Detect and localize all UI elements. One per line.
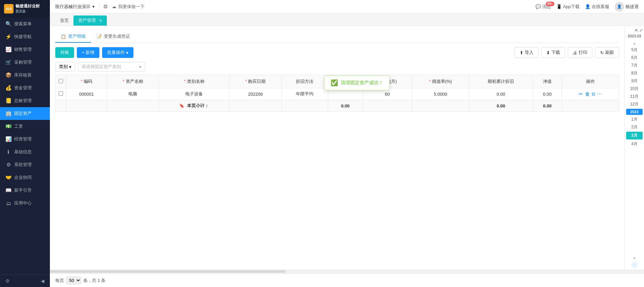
sidebar-item-label: 库存核算	[14, 72, 32, 78]
inventory-icon: 📦	[5, 72, 11, 78]
main-area: 医疗器械行业演示 ▾ ⚙ ☁ 我要体验一下 💬 消息 99+ 📱 App下载 👤…	[50, 0, 644, 287]
year-2023-marker[interactable]: 2023	[626, 109, 643, 115]
refresh-button[interactable]: ↻ 刷新	[595, 47, 619, 58]
sidebar-item-operations[interactable]: 📊 经营管理	[0, 133, 50, 146]
download-icon: 📱	[556, 4, 562, 9]
tab-change-voucher[interactable]: 📝 变更生成凭证	[91, 31, 135, 43]
month-10[interactable]: 10月	[625, 85, 644, 93]
app-center-icon: 🗂	[5, 200, 11, 206]
sidebar-item-quick-nav[interactable]: ⚡ 快捷导航	[0, 30, 50, 43]
select-all-checkbox[interactable]	[59, 79, 63, 83]
horizontal-scrollbar[interactable]	[50, 269, 644, 274]
col-opening: 期初累计折旧	[469, 75, 533, 88]
operations-icon: 📊	[5, 136, 11, 142]
sidebar-item-system[interactable]: ⚙ 系统管理	[0, 158, 50, 171]
month-2[interactable]: 2月	[625, 123, 644, 131]
sidebar-item-guide[interactable]: 📖 新手引导	[0, 184, 50, 197]
edit-icon[interactable]: ✏	[579, 91, 583, 97]
rp-close-icon[interactable]: ✕	[635, 28, 638, 33]
sidebar-item-basic-info[interactable]: ℹ 基础信息	[0, 146, 50, 158]
category-filter-label[interactable]: 类别 ▾	[55, 62, 75, 71]
more-icon[interactable]: ⋯	[597, 91, 602, 97]
copy-icon[interactable]: ⧉	[592, 91, 595, 97]
sidebar-item-sales[interactable]: 📈 销售管理	[0, 43, 50, 56]
message-icon: 💬	[535, 4, 541, 9]
sidebar-item-label: 销售管理	[14, 46, 32, 53]
month-4[interactable]: 4月	[625, 140, 644, 148]
sidebar-item-ledger[interactable]: 📒 总账管理	[0, 94, 50, 107]
inner-tabs: 📋 资产明细 📝 变更生成凭证	[55, 31, 619, 43]
month-12[interactable]: 12月	[625, 100, 644, 108]
col-category: 类别名称	[159, 75, 229, 88]
sidebar-settings-icon[interactable]: ⚙	[5, 278, 10, 284]
batch-ops-button[interactable]: 批量操作 ▾	[102, 47, 133, 58]
import-button[interactable]: ⬆ 导入	[515, 47, 539, 58]
print-button[interactable]: 🖨 打印	[568, 47, 592, 58]
month-9[interactable]: 9月	[625, 77, 644, 85]
col-purchase-date: 购买日期	[229, 75, 282, 88]
col-net-value: 净值	[533, 75, 562, 88]
row-checkbox[interactable]	[59, 91, 63, 96]
tab-close-icon[interactable]: ✕	[99, 19, 102, 23]
month-7[interactable]: 7月	[625, 62, 644, 69]
messages-badge: 99+	[546, 2, 554, 6]
app-logo: AtA 畅捷通好业财 普及版	[0, 0, 50, 18]
purchase-icon: 🛒	[5, 59, 11, 65]
month-3-active[interactable]: 3月	[626, 132, 643, 139]
sidebar-item-label: 新手引导	[14, 187, 32, 193]
delete-icon[interactable]: 🗑	[585, 91, 590, 97]
rp-circle-icon[interactable]: ↓	[631, 261, 638, 268]
sidebar-item-search[interactable]: 🔍 搜索菜单	[0, 18, 50, 30]
scroll-thumb[interactable]	[50, 270, 286, 273]
tab-asset-detail[interactable]: 📋 资产明细	[55, 31, 91, 43]
month-8[interactable]: 8月	[625, 69, 644, 77]
sidebar-item-fixed-assets[interactable]: 🏢 固定资产	[0, 107, 50, 120]
sidebar-item-cooperation[interactable]: 🤝 企业协同	[0, 171, 50, 184]
sales-icon: 📈	[5, 46, 11, 53]
new-button[interactable]: + 新增	[77, 47, 99, 58]
refresh-icon: ↻	[600, 50, 604, 55]
total-text: 条，共 1 条	[83, 278, 105, 284]
right-panel: ✕ ⤢ 2023.03 ▲ 5月 6月 7月 8月 9月 10月 11月 12月…	[624, 26, 644, 269]
rp-scroll-up[interactable]: ▲	[625, 40, 644, 46]
batch-ops-chevron-icon: ▾	[126, 50, 128, 55]
success-check-icon: ✅	[331, 79, 338, 87]
sidebar-item-app-center[interactable]: 🗂 应用中心	[0, 197, 50, 210]
month-5[interactable]: 5月	[625, 46, 644, 54]
download-button[interactable]: ⬇ 下载	[541, 47, 565, 58]
reconcile-button[interactable]: 对账	[55, 47, 74, 58]
col-name: 资产名称	[107, 75, 159, 88]
sidebar-item-label: 企业协同	[14, 174, 32, 181]
row-checkbox-cell[interactable]	[56, 88, 66, 100]
month-1[interactable]: 1月	[625, 116, 644, 123]
sidebar-bottom: ⚙ ◀	[0, 275, 50, 287]
tab-home[interactable]: 首页	[55, 15, 73, 26]
sidebar-item-payroll[interactable]: 💵 工资	[0, 120, 50, 133]
sidebar-item-funds[interactable]: 💰 资金管理	[0, 82, 50, 94]
category-dropdown[interactable]: 请选择固定资产类别 ▾	[78, 62, 145, 71]
month-11[interactable]: 11月	[625, 93, 644, 100]
select-all-header[interactable]	[56, 75, 66, 88]
company-selector[interactable]: 医疗器械行业演示 ▾	[55, 4, 95, 10]
success-toast: ✅ 清理固定资产成功！	[324, 75, 390, 90]
row-actions: ✏ 🗑 ⧉ ⋯	[564, 91, 616, 97]
app-download-button[interactable]: 📱 App下载	[556, 4, 580, 10]
topbar-settings-icon[interactable]: ⚙	[103, 3, 108, 10]
sidebar-item-inventory[interactable]: 📦 库存核算	[0, 69, 50, 82]
month-6[interactable]: 6月	[625, 54, 644, 62]
cooperation-icon: 🤝	[5, 174, 11, 181]
col-residual: 残值率(%)	[412, 75, 469, 88]
sidebar-item-label: 工资	[14, 123, 23, 129]
sidebar-collapse-icon[interactable]: ◀	[41, 278, 44, 284]
sidebar-item-purchase[interactable]: 🛒 采购管理	[0, 56, 50, 69]
online-service-button[interactable]: 👤 在线客服	[585, 4, 609, 10]
experience-button[interactable]: ☁ 我要体验一下	[112, 4, 145, 10]
rp-expand-icon[interactable]: ⤢	[639, 28, 643, 33]
funds-icon: 💰	[5, 85, 11, 91]
user-profile[interactable]: 👤 畅捷通	[615, 2, 639, 11]
scroll-up-icon: ▲	[633, 41, 636, 45]
messages-button[interactable]: 💬 消息 99+	[535, 4, 551, 10]
tab-asset-management[interactable]: 资产管理 ✕	[73, 15, 107, 26]
per-page-select[interactable]: 50	[66, 277, 81, 284]
rp-scroll-down[interactable]: ▼ ↓	[625, 255, 644, 269]
